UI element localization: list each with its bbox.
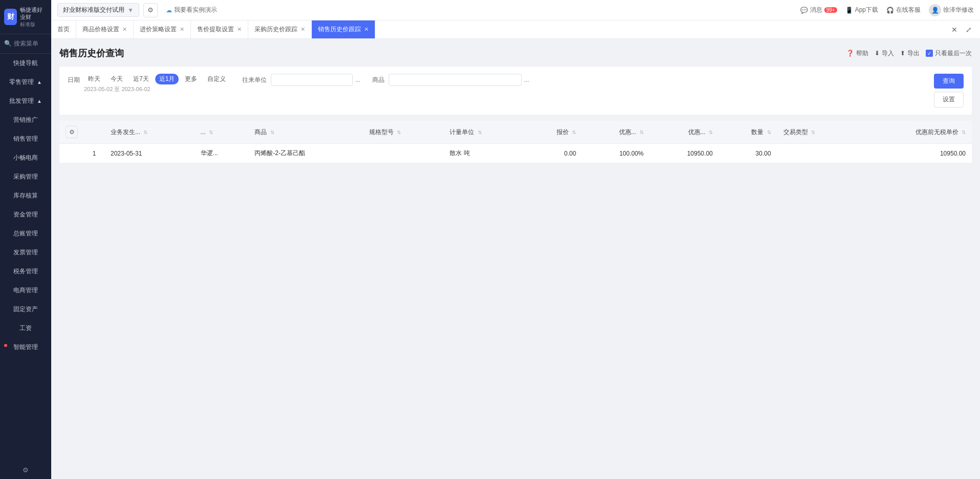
search-icon: 🔍: [4, 40, 12, 47]
tab-purchase-strategy[interactable]: 进价策略设置 ✕: [134, 20, 191, 39]
avatar: 👤: [929, 4, 941, 16]
topbar: 好业财标准版交付试用 ▼ ⚙ ☁ 我要看实例演示 💬 消息 99+ 📱 App下…: [51, 0, 980, 20]
sidebar-item-purchase[interactable]: 采购管理: [0, 167, 51, 186]
sidebar-item-fixed-assets[interactable]: 固定资产: [0, 300, 51, 319]
tab-close-icon[interactable]: ✕: [237, 26, 242, 33]
tab-price-extract[interactable]: 售价提取设置 ✕: [191, 20, 248, 39]
th-pretax-price[interactable]: 优惠前无税单价 ⇅: [858, 121, 972, 144]
maximize-button[interactable]: ⤢: [962, 23, 976, 37]
th-discount1[interactable]: 优惠... ⇅: [582, 121, 650, 144]
tab-product-price[interactable]: 商品价格设置 ✕: [76, 20, 134, 39]
main-content: 好业财标准版交付试用 ▼ ⚙ ☁ 我要看实例演示 💬 消息 99+ 📱 App下…: [51, 0, 980, 479]
tab-close-icon[interactable]: ✕: [180, 26, 184, 33]
date-option-yesterday[interactable]: 昨天: [84, 74, 104, 84]
th-extra[interactable]: ... ⇅: [195, 121, 249, 144]
phone-icon: 📱: [845, 7, 853, 14]
import-icon: ⬇: [875, 50, 880, 57]
td-date: 2023-05-31: [104, 144, 195, 163]
topbar-right: 💬 消息 99+ 📱 App下载 🎧 在线客服 👤 徐泽华修改: [800, 4, 974, 16]
sort-icon: ⇅: [209, 129, 213, 135]
sidebar-item-finance[interactable]: 资金管理: [0, 205, 51, 224]
sort-icon: ⇅: [397, 129, 401, 135]
tab-close-icon[interactable]: ✕: [122, 26, 127, 33]
th-spec[interactable]: 规格型号 ⇅: [363, 121, 443, 144]
sidebar-item-marketing[interactable]: 营销推广: [0, 111, 51, 129]
app-download-button[interactable]: 📱 App下载: [845, 6, 878, 14]
sidebar-search[interactable]: 🔍 搜索菜单: [0, 34, 51, 54]
sidebar-item-payroll[interactable]: 工资: [0, 319, 51, 338]
sidebar-item-quicknav[interactable]: 快捷导航: [0, 54, 51, 73]
th-qty[interactable]: 数量 ⇅: [719, 121, 777, 144]
filter-panel: 日期 昨天 今天 近7天 近1月 更多 自定义 2023-05-02 至 202…: [59, 67, 972, 115]
export-button[interactable]: ⬆ 导出: [900, 49, 920, 58]
settings-button[interactable]: 设置: [934, 92, 964, 107]
from-unit-label: 往来单位: [242, 74, 267, 84]
export-icon: ⬆: [900, 50, 905, 57]
sort-icon: ⇅: [811, 129, 815, 135]
page-title: 销售历史价查询: [59, 47, 124, 59]
messages-button[interactable]: 💬 消息 99+: [800, 6, 837, 14]
sidebar-item-wholesale[interactable]: 批发管理 ▲: [0, 92, 51, 111]
product-input[interactable]: [389, 74, 522, 86]
th-unit[interactable]: 计量单位 ⇅: [443, 121, 524, 144]
sidebar-settings-button[interactable]: ⚙: [0, 461, 51, 479]
from-unit-more-button[interactable]: ...: [355, 76, 360, 83]
data-table: ⚙ 业务发生... ⇅ ... ⇅ 商品: [59, 121, 972, 163]
page-actions: ❓ 帮助 ⬇ 导入 ⬆ 导出 ✓ 只看最后一次: [846, 49, 972, 58]
messages-badge: 99+: [824, 7, 837, 13]
date-option-more[interactable]: 更多: [181, 74, 201, 84]
tab-purchase-history[interactable]: 采购历史价跟踪 ✕: [248, 20, 312, 39]
help-icon: ❓: [846, 50, 854, 57]
topbar-settings-button[interactable]: ⚙: [143, 3, 158, 17]
demo-link[interactable]: ☁ 我要看实例演示: [166, 6, 217, 14]
product-label: 商品: [372, 74, 385, 84]
th-quote[interactable]: 报价 ⇅: [524, 121, 583, 144]
sidebar-item-ai[interactable]: 智能管理: [0, 338, 51, 357]
date-filter-row: 日期 昨天 今天 近7天 近1月 更多 自定义 2023-05-02 至 202…: [68, 74, 230, 93]
td-unit: 散水 吨: [443, 144, 524, 163]
product-more-button[interactable]: ...: [524, 76, 529, 83]
td-pretax-price: 10950.00: [858, 144, 972, 163]
th-product[interactable]: 商品 ⇅: [248, 121, 363, 144]
td-num: 1: [84, 144, 104, 163]
sidebar-item-invoice[interactable]: 发票管理: [0, 243, 51, 262]
td-quote: 0.00: [524, 144, 583, 163]
from-unit-input[interactable]: [271, 74, 353, 86]
user-menu[interactable]: 👤 徐泽华修改: [929, 4, 974, 16]
only-last-checkbox[interactable]: ✓ 只看最后一次: [926, 49, 972, 58]
td-extra: 华逻...: [195, 144, 249, 163]
date-options: 昨天 今天 近7天 近1月 更多 自定义: [84, 74, 230, 84]
sidebar-item-retail[interactable]: 零售管理 ▲: [0, 73, 51, 92]
from-unit-filter-row: 往来单位 ...: [242, 74, 360, 86]
date-option-custom[interactable]: 自定义: [203, 74, 230, 84]
sort-icon: ⇅: [640, 129, 644, 135]
message-icon: 💬: [800, 7, 808, 14]
date-option-today[interactable]: 今天: [106, 74, 127, 84]
date-option-1month[interactable]: 近1月: [155, 74, 179, 84]
sidebar-item-inventory[interactable]: 库存核算: [0, 186, 51, 205]
th-num: [84, 121, 104, 144]
column-settings-button[interactable]: ⚙: [66, 126, 78, 138]
tabbar: 首页 商品价格设置 ✕ 进价策略设置 ✕ 售价提取设置 ✕ 采购历史价跟踪 ✕ …: [51, 20, 980, 39]
version-selector[interactable]: 好业财标准版交付试用 ▼: [57, 3, 139, 17]
close-window-button[interactable]: ✕: [947, 23, 962, 37]
query-button[interactable]: 查询: [934, 74, 964, 89]
tab-close-icon[interactable]: ✕: [364, 26, 369, 33]
sidebar-item-sales[interactable]: 销售管理: [0, 129, 51, 148]
sidebar-item-ecommerce[interactable]: 电商管理: [0, 281, 51, 300]
import-button[interactable]: ⬇ 导入: [875, 49, 894, 58]
th-date[interactable]: 业务发生... ⇅: [104, 121, 195, 144]
th-discount2[interactable]: 优惠... ⇅: [650, 121, 719, 144]
tab-close-icon[interactable]: ✕: [301, 26, 305, 33]
sidebar-item-ecommerce-small[interactable]: 小畅电商: [0, 148, 51, 167]
sidebar-item-tax[interactable]: 税务管理: [0, 262, 51, 281]
from-unit-field: ...: [271, 74, 360, 86]
tab-sales-history[interactable]: 销售历史价跟踪 ✕: [312, 20, 375, 39]
th-type[interactable]: 交易类型 ⇅: [777, 121, 858, 144]
help-button[interactable]: ❓ 帮助: [846, 49, 868, 58]
sidebar-logo: 财 畅捷通好业财 标准版: [0, 0, 51, 34]
sidebar-item-ledger[interactable]: 总账管理: [0, 224, 51, 243]
online-service-button[interactable]: 🎧 在线客服: [886, 6, 921, 14]
date-option-7days[interactable]: 近7天: [129, 74, 153, 84]
tab-home[interactable]: 首页: [51, 20, 76, 39]
